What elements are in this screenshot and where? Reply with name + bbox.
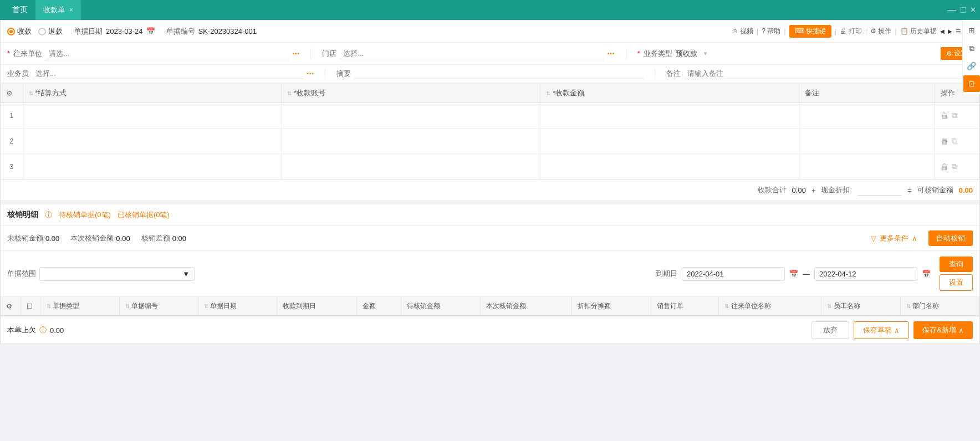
calendar-to-icon[interactable]: 📅: [922, 270, 931, 278]
hexiao-tab2[interactable]: 已核销单据(0笔): [118, 210, 170, 220]
staff-label: 业务员: [7, 69, 29, 79]
discount-input[interactable]: [858, 184, 902, 196]
plus-label: +: [811, 186, 816, 194]
bth-check[interactable]: ☐: [21, 297, 40, 316]
remarks-input[interactable]: [684, 68, 973, 79]
nav-prev-icon[interactable]: ◀: [940, 28, 945, 34]
radio-refund[interactable]: 退款: [38, 27, 63, 37]
range-label: 单据范围: [7, 269, 36, 279]
receipt-table: ⚙ ⇅ *结算方式 ⇅ *收款账号 ⇅ *收款金额 备注: [1, 84, 979, 180]
hexiao-title: 核销明细: [7, 210, 38, 220]
maximize-btn[interactable]: □: [961, 5, 966, 15]
cell-remark-1[interactable]: [799, 103, 935, 129]
copy-row-3-icon[interactable]: ⧉: [952, 162, 957, 171]
bill-date-calendar-icon[interactable]: 📅: [146, 27, 155, 35]
biz-type-chevron[interactable]: ▼: [703, 50, 708, 57]
staff-field: 业务员 ···: [7, 68, 314, 79]
filter-set-btn[interactable]: 设置: [940, 274, 973, 291]
query-btn-label: 查询: [949, 260, 963, 268]
save-new-btn[interactable]: 保存&新增 ∧: [913, 321, 973, 339]
delete-row-3-icon[interactable]: 🗑: [941, 162, 948, 171]
delete-row-2-icon[interactable]: 🗑: [941, 137, 948, 146]
bth-discount: 折扣分摊额: [571, 297, 651, 316]
cell-amount-3[interactable]: [540, 154, 799, 180]
action-video[interactable]: ⊙ 视频: [732, 27, 753, 36]
action-help[interactable]: ? 帮助: [762, 27, 780, 36]
copy-row-1-icon[interactable]: ⧉: [952, 111, 957, 120]
window-close-btn[interactable]: ×: [971, 5, 976, 15]
store-more-icon[interactable]: ···: [607, 49, 614, 59]
filter-icon: ▽: [871, 234, 876, 243]
divider3: [325, 68, 325, 79]
bth-bill-no: ⇅ 单据编号: [119, 297, 198, 316]
list-view-icon[interactable]: ≡: [956, 27, 961, 37]
cell-settle-1[interactable]: [23, 103, 282, 129]
summary-label: 摘要: [336, 69, 351, 79]
hexiao-stats: 未核销金额 0.00 本次核销金额 0.00 核销差额 0.00 ▽ 更多条件 …: [1, 226, 979, 251]
date-to-input[interactable]: [814, 267, 917, 281]
action-shortcut-btn[interactable]: ⌨ 快捷键: [789, 25, 831, 38]
hexiao-header: 核销明细 ⓘ 待核销单据(0笔) 已核销单据(0笔): [1, 204, 979, 226]
cell-amount-2[interactable]: [540, 129, 799, 154]
counterpart-more-icon[interactable]: ···: [292, 49, 299, 59]
sidebar-copy-icon[interactable]: ⧉: [963, 40, 980, 57]
calendar-from-icon[interactable]: 📅: [789, 270, 798, 278]
window-controls: — □ ×: [947, 5, 976, 15]
discount-label: 现金折扣:: [821, 185, 852, 195]
save-draft-chevron: ∧: [894, 326, 900, 335]
query-btn[interactable]: 查询: [940, 257, 973, 272]
cell-ops-2: 🗑 ⧉: [935, 129, 979, 154]
hexiao-tab1[interactable]: 待核销单据(0笔): [59, 210, 111, 220]
cell-account-3[interactable]: [282, 154, 540, 180]
cell-amount-1[interactable]: [540, 103, 799, 129]
action-print[interactable]: 🖨 打印: [840, 27, 861, 36]
store-input[interactable]: [340, 48, 604, 59]
staff-input[interactable]: [32, 68, 303, 79]
cell-account-2[interactable]: [282, 129, 540, 154]
cell-settle-2[interactable]: [23, 129, 282, 154]
bth-pending-amount: 待核销金额: [401, 297, 480, 316]
summary-input[interactable]: [354, 68, 643, 79]
save-draft-btn[interactable]: 保存草稿 ∧: [854, 321, 909, 339]
th-account: ⇅ *收款账号: [282, 84, 540, 103]
nav-next-icon[interactable]: ▶: [948, 28, 952, 34]
receipt-table-wrap: ⚙ ⇅ *结算方式 ⇅ *收款账号 ⇅ *收款金额 备注: [1, 83, 979, 180]
copy-row-2-icon[interactable]: ⧉: [952, 136, 957, 146]
action-history[interactable]: 📋 历史单据: [900, 27, 937, 36]
auto-hexiao-btn[interactable]: 自动核销: [928, 230, 973, 246]
minimize-btn[interactable]: —: [947, 5, 956, 15]
bth-gear[interactable]: ⚙: [1, 297, 21, 316]
cell-ops-1: 🗑 ⧉: [935, 103, 979, 129]
counterpart-input[interactable]: [45, 48, 289, 59]
sidebar-table-icon[interactable]: ⊞: [963, 22, 980, 39]
radio-receipt[interactable]: 收款: [7, 27, 32, 37]
section-separator: [1, 200, 979, 204]
biz-type-label: 业务类型: [644, 49, 672, 59]
more-conditions-btn[interactable]: ▽ 更多条件 ∧: [871, 233, 917, 243]
sidebar-link-icon[interactable]: 🔗: [963, 58, 980, 74]
radio-refund-label: 退款: [48, 27, 63, 37]
unchecked-amount-stat: 未核销金额 0.00: [7, 233, 59, 243]
action-ops[interactable]: ⚙ 操作: [870, 27, 891, 36]
staff-more-icon[interactable]: ···: [307, 69, 314, 79]
nav-tab-receipt[interactable]: 收款单 ×: [35, 0, 81, 20]
abandon-btn[interactable]: 放弃: [811, 321, 849, 339]
cell-remark-2[interactable]: [799, 129, 935, 154]
cell-account-1[interactable]: [282, 103, 540, 129]
table-header-row: ⚙ ⇅ *结算方式 ⇅ *收款账号 ⇅ *收款金额 备注: [1, 84, 979, 103]
footer-info-icon[interactable]: ⓘ: [39, 325, 47, 335]
cell-remark-3[interactable]: [799, 154, 935, 180]
bth-staff: ⇅ 员工名称: [821, 297, 900, 316]
delete-row-1-icon[interactable]: 🗑: [941, 111, 948, 120]
range-select[interactable]: ▼: [39, 267, 195, 281]
hexiao-info-icon[interactable]: ⓘ: [45, 210, 52, 220]
nav-home[interactable]: 首页: [4, 0, 35, 20]
sidebar-capture-icon[interactable]: ⊡: [963, 75, 980, 92]
cell-settle-3[interactable]: [23, 154, 282, 180]
table-gear-icon[interactable]: ⚙: [6, 89, 13, 98]
summary-row: 收款合计 0.00 + 现金折扣: = 可核销金额 0.00: [1, 180, 979, 200]
bth-counterpart: ⇅ 往来单位名称: [719, 297, 821, 316]
due-date-label: 到期日: [656, 269, 677, 279]
date-from-input[interactable]: [682, 267, 785, 281]
tab-close-icon[interactable]: ×: [69, 6, 73, 14]
